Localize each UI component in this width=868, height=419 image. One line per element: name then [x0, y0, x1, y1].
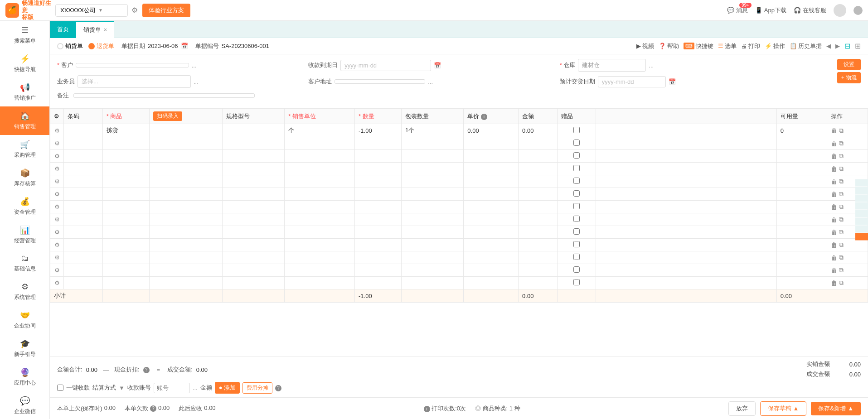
shortcut-btn[interactable]: ⌨ 快捷键	[684, 42, 713, 50]
cell-settings[interactable]: ⚙	[50, 201, 64, 213]
cell-quantity[interactable]	[355, 213, 402, 226]
copy-row-btn[interactable]: ⧉	[839, 279, 844, 287]
warehouse-input[interactable]: 建材仓	[578, 59, 646, 72]
cell-quantity[interactable]: -1.00	[355, 124, 402, 137]
expense-split-btn[interactable]: 费用分摊	[242, 382, 272, 394]
copy-row-btn[interactable]: ⧉	[839, 178, 844, 185]
date-calendar-icon[interactable]: 📅	[181, 43, 188, 49]
cell-gift[interactable]	[557, 188, 596, 201]
sidebar-item-system[interactable]: ⚙ 系统管理	[0, 277, 49, 306]
cell-product[interactable]	[102, 175, 149, 188]
company-selector[interactable]: XXXXXX公司 ▼	[55, 4, 128, 17]
trial-btn[interactable]: 体验行业方案	[142, 4, 190, 17]
cell-spec[interactable]	[222, 137, 284, 150]
cell-gift[interactable]	[557, 163, 596, 175]
cell-gift[interactable]	[557, 150, 596, 163]
user-avatar2[interactable]	[853, 6, 863, 15]
customer-input[interactable]	[76, 63, 189, 67]
cell-product[interactable]	[102, 226, 149, 239]
save-draft-btn[interactable]: 保存草稿 ▲	[760, 401, 807, 416]
copy-row-btn[interactable]: ⧉	[839, 228, 844, 236]
cell-quantity[interactable]	[355, 201, 402, 213]
customer-dots[interactable]: ...	[192, 62, 197, 69]
cell-amount[interactable]	[519, 277, 558, 289]
cell-settings[interactable]: ⚙	[50, 226, 64, 239]
settlement-dropdown-icon[interactable]: ▼	[119, 385, 125, 391]
cell-spec[interactable]	[222, 213, 284, 226]
cell-gift[interactable]	[557, 277, 596, 289]
cell-unit-price[interactable]	[464, 226, 519, 239]
cell-pack-qty[interactable]	[401, 277, 463, 289]
cell-unit-price[interactable]	[464, 201, 519, 213]
delete-row-btn[interactable]: 🗑	[831, 254, 837, 261]
delete-row-btn[interactable]: 🗑	[831, 127, 837, 135]
cell-unit[interactable]	[285, 226, 355, 239]
cell-settings[interactable]: ⚙	[50, 124, 64, 137]
sidebar-item-basics[interactable]: 🗂 基础信息	[0, 249, 49, 277]
cell-amount[interactable]	[519, 137, 558, 150]
cell-gift[interactable]	[557, 201, 596, 213]
delete-row-btn[interactable]: 🗑	[831, 203, 837, 211]
delete-row-btn[interactable]: 🗑	[831, 266, 837, 274]
delete-row-btn[interactable]: 🗑	[831, 152, 837, 160]
cell-spec[interactable]	[222, 163, 284, 175]
cash-discount-info[interactable]: ?	[143, 366, 150, 373]
cell-pack-qty[interactable]	[401, 251, 463, 264]
copy-row-btn[interactable]: ⧉	[839, 190, 844, 198]
product-type-radio[interactable]: ◎	[475, 405, 481, 412]
delete-row-btn[interactable]: 🗑	[831, 241, 837, 249]
cell-quantity[interactable]	[355, 251, 402, 264]
sidebar-item-finance[interactable]: 💰 资金管理	[0, 192, 49, 221]
cell-pack-qty[interactable]	[401, 175, 463, 188]
sales-order-radio[interactable]: 销货单	[57, 42, 83, 50]
sidebar-item-collab[interactable]: 🤝 企业协同	[0, 306, 49, 334]
setup-btn[interactable]: 设置	[837, 59, 861, 70]
help-btn[interactable]: ❓ 帮助	[659, 42, 679, 50]
sidebar-item-wechat[interactable]: 💬 企业微信	[0, 391, 49, 419]
account-input[interactable]	[154, 383, 190, 393]
cell-unit[interactable]	[285, 264, 355, 277]
copy-row-btn[interactable]: ⧉	[839, 203, 844, 211]
cell-product[interactable]	[102, 150, 149, 163]
address-dots[interactable]: ...	[428, 78, 433, 85]
delete-row-btn[interactable]: 🗑	[831, 178, 837, 185]
print-btn[interactable]: 🖨 打印	[741, 42, 760, 50]
delete-row-btn[interactable]: 🗑	[831, 279, 837, 287]
sidebar-item-inventory[interactable]: 📦 库存核算	[0, 164, 49, 192]
salesperson-dots[interactable]: ...	[194, 78, 199, 85]
cell-product[interactable]	[102, 213, 149, 226]
cell-settings[interactable]: ⚙	[50, 213, 64, 226]
cell-gift[interactable]	[557, 213, 596, 226]
select-btn[interactable]: ☰ 选单	[718, 42, 737, 50]
cell-settings[interactable]: ⚙	[50, 137, 64, 150]
payment-calendar-icon[interactable]: 📅	[434, 62, 441, 69]
sidebar-item-operations[interactable]: 📊 经营管理	[0, 221, 49, 249]
cell-settings[interactable]: ⚙	[50, 175, 64, 188]
cell-unit-price[interactable]	[464, 277, 519, 289]
cell-amount[interactable]	[519, 251, 558, 264]
cell-settings[interactable]: ⚙	[50, 251, 64, 264]
cell-spec[interactable]	[222, 239, 284, 251]
cell-gift[interactable]	[557, 251, 596, 264]
cell-spec[interactable]	[222, 150, 284, 163]
cell-unit-price[interactable]	[464, 239, 519, 251]
expected-date-input[interactable]: yyyy-mm-dd	[598, 76, 666, 87]
cell-unit-price[interactable]	[464, 163, 519, 175]
arrears-info-icon[interactable]: ?	[150, 405, 156, 413]
sidebar-item-purchase[interactable]: 🛒 采购管理	[0, 135, 49, 164]
cell-quantity[interactable]	[355, 277, 402, 289]
cell-pack-qty[interactable]	[401, 213, 463, 226]
cell-pack-qty[interactable]	[401, 226, 463, 239]
prev-page-icon[interactable]: ◀	[826, 43, 831, 49]
payment-due-input[interactable]: yyyy-mm-dd	[340, 60, 431, 71]
sidebar-item-sales[interactable]: 🏠 销售管理	[0, 106, 49, 135]
app-download-btn[interactable]: 📱 App下载	[755, 6, 786, 14]
cell-quantity[interactable]	[355, 137, 402, 150]
cell-amount[interactable]	[519, 264, 558, 277]
tab-home[interactable]: 首页	[50, 21, 76, 38]
copy-row-btn[interactable]: ⧉	[839, 165, 844, 173]
cell-settings[interactable]: ⚙	[50, 264, 64, 277]
cell-amount[interactable]	[519, 201, 558, 213]
cell-product[interactable]	[102, 137, 149, 150]
cell-settings[interactable]: ⚙	[50, 163, 64, 175]
